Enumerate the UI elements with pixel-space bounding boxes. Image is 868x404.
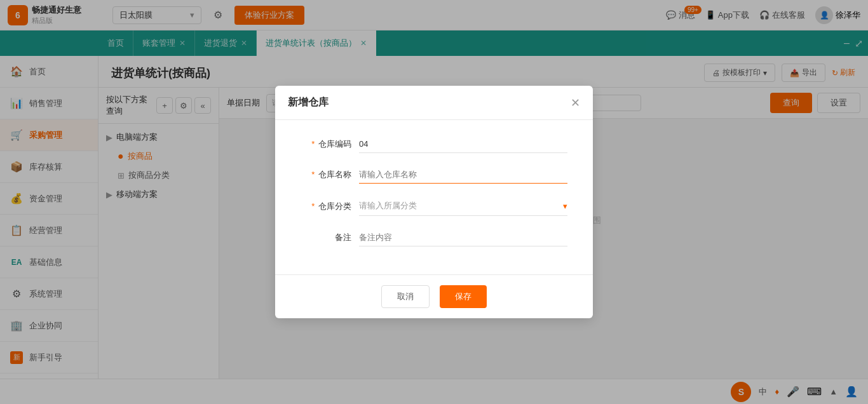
modal-header: 新增仓库 ✕	[275, 86, 593, 120]
category-placeholder: 请输入所属分类	[359, 200, 417, 212]
remark-label: 备注	[301, 232, 351, 243]
form-row-remark: 备注	[301, 229, 567, 246]
remark-input[interactable]	[359, 229, 567, 246]
required-star-name: *	[311, 170, 315, 179]
code-label: * 仓库编码	[301, 138, 351, 150]
modal-footer: 取消 保存	[275, 274, 593, 318]
code-input[interactable]	[359, 135, 567, 153]
name-input[interactable]	[359, 166, 567, 184]
form-row-name: * 仓库名称	[301, 166, 567, 184]
required-star-category: *	[311, 201, 315, 211]
modal-body: * 仓库编码 * 仓库名称 * 仓库分类 请输入	[275, 120, 593, 274]
cancel-button[interactable]: 取消	[381, 285, 430, 308]
form-row-code: * 仓库编码	[301, 135, 567, 153]
category-select[interactable]: 请输入所属分类 ▾	[359, 196, 567, 216]
modal-new-warehouse: 新增仓库 ✕ * 仓库编码 * 仓库名称	[275, 86, 593, 318]
save-button[interactable]: 保存	[440, 285, 487, 308]
name-label: * 仓库名称	[301, 169, 351, 180]
category-label: * 仓库分类	[301, 201, 351, 212]
required-star-code: *	[311, 139, 315, 149]
modal-overlay: 新增仓库 ✕ * 仓库编码 * 仓库名称	[0, 0, 868, 404]
form-row-category: * 仓库分类 请输入所属分类 ▾	[301, 196, 567, 216]
modal-title: 新增仓库	[288, 96, 329, 109]
modal-close-button[interactable]: ✕	[571, 97, 580, 109]
category-chevron-icon: ▾	[563, 201, 567, 211]
